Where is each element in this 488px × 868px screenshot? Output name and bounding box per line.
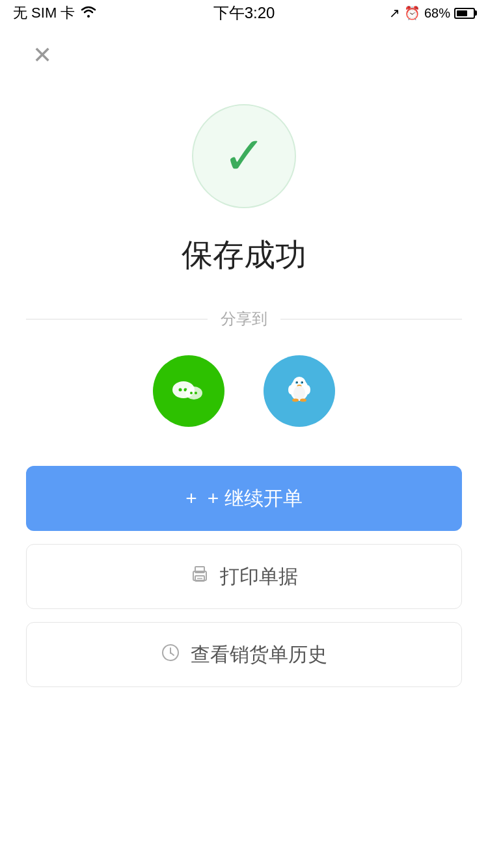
svg-point-14	[292, 399, 299, 402]
divider-right	[280, 319, 462, 319]
svg-point-11	[302, 382, 303, 383]
continue-order-label: + 继续开单	[208, 485, 303, 512]
history-button[interactable]: 查看销货单历史	[26, 622, 462, 687]
action-buttons: + + 继续开单 打印单据	[26, 466, 462, 687]
share-icons-row	[26, 355, 462, 427]
share-label: 分享到	[221, 308, 267, 329]
alarm-icon: ⏰	[404, 5, 420, 21]
history-label: 查看销货单历史	[191, 642, 327, 668]
print-button[interactable]: 打印单据	[26, 544, 462, 609]
svg-point-3	[185, 387, 202, 400]
wechat-share-button[interactable]	[153, 355, 224, 427]
wifi-icon	[80, 5, 97, 21]
svg-point-15	[300, 399, 306, 402]
location-icon: ↗	[389, 5, 400, 21]
share-divider: 分享到	[26, 308, 462, 329]
divider-left	[26, 319, 208, 319]
success-title: 保存成功	[182, 234, 306, 276]
close-button-area: ✕	[0, 26, 488, 78]
svg-point-13	[293, 386, 305, 400]
wechat-icon	[169, 372, 208, 411]
svg-point-4	[190, 392, 193, 394]
battery-percent: 68%	[424, 6, 450, 21]
status-left: 无 SIM 卡	[13, 3, 97, 23]
close-button[interactable]: ✕	[26, 39, 59, 72]
svg-point-1	[179, 388, 182, 392]
svg-point-17	[305, 385, 310, 394]
close-icon: ✕	[33, 44, 52, 67]
checkmark-icon: ✓	[223, 130, 266, 182]
sim-status: 无 SIM 卡	[13, 3, 75, 23]
status-right: ↗ ⏰ 68%	[389, 5, 475, 21]
status-time: 下午3:20	[213, 3, 275, 23]
plus-icon: +	[185, 487, 197, 509]
qq-icon	[280, 372, 319, 411]
svg-point-16	[288, 385, 293, 394]
continue-order-button[interactable]: + + 继续开单	[26, 466, 462, 531]
svg-line-25	[170, 653, 174, 655]
printer-icon	[190, 565, 210, 589]
main-content: ✓ 保存成功 分享到	[0, 78, 488, 868]
battery-icon	[454, 8, 475, 19]
print-label: 打印单据	[220, 563, 298, 590]
qq-share-button[interactable]	[264, 355, 335, 427]
status-bar: 无 SIM 卡 下午3:20 ↗ ⏰ 68%	[0, 0, 488, 26]
svg-point-10	[297, 382, 298, 383]
svg-point-5	[195, 392, 197, 394]
success-circle: ✓	[192, 104, 296, 208]
clock-icon	[161, 643, 180, 667]
